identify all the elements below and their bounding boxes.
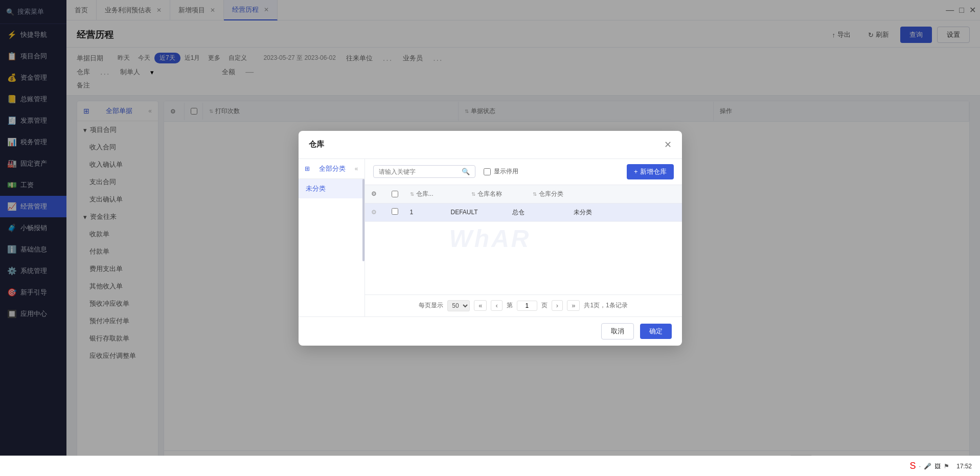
dialog-search-input[interactable] — [379, 168, 459, 175]
dialog-page-input[interactable] — [517, 301, 537, 311]
row-code: DEFAULT — [451, 209, 478, 216]
td-id: 1 — [404, 204, 445, 220]
row-id: 1 — [410, 209, 414, 216]
cancel-button[interactable]: 取消 — [601, 323, 634, 339]
dth-settings: ⚙ — [365, 185, 385, 203]
taskbar-icon-dot: · — [919, 463, 921, 470]
dialog-pagination: 每页显示 50 « ‹ 第 页 › » 共1页，1条记录 — [365, 294, 682, 316]
taskbar-icon-img: 🖼 — [935, 463, 941, 470]
dialog-page-suffix: 页 — [541, 301, 548, 310]
dialog-table-row[interactable]: ⚙ 1 DEFAULT 总仓 — [365, 203, 682, 222]
add-warehouse-button[interactable]: + 新增仓库 — [627, 164, 674, 179]
per-page-label: 每页显示 — [419, 301, 443, 310]
dialog-search-wrap: 🔍 — [373, 165, 475, 178]
dialog-per-page-select[interactable]: 50 — [447, 300, 470, 311]
sort-asc-icon2: ⇅ — [471, 191, 475, 197]
dialog-close-button[interactable]: ✕ — [664, 139, 672, 150]
td-name: 总仓 — [506, 203, 567, 221]
confirm-button[interactable]: 确定 — [640, 324, 672, 339]
taskbar: S · 🎤 🖼 ⚑ 17:52 — [0, 456, 980, 476]
dialog-last-page[interactable]: » — [567, 300, 580, 311]
td-category: 未分类 — [567, 203, 682, 221]
row-checkbox[interactable] — [392, 208, 398, 215]
dth-category: ⇅ 仓库分类 — [527, 185, 682, 203]
dialog-left-scroll: 未分类 — [299, 179, 364, 316]
taskbar-icon-flag: ⚑ — [944, 463, 949, 470]
dialog-all-category-label: 全部分类 — [319, 164, 346, 173]
taskbar-time: 17:52 — [956, 463, 972, 470]
td-settings: ⚙ — [365, 204, 385, 220]
show-disabled-wrap: 显示停用 — [484, 167, 518, 176]
search-icon: 🔍 — [462, 168, 470, 175]
td-checkbox — [385, 203, 404, 221]
dialog-page-label: 第 — [507, 301, 513, 310]
dialog-collapse-icon[interactable]: « — [355, 165, 358, 172]
row-name: 总仓 — [512, 209, 525, 216]
dialog-select-all[interactable] — [392, 191, 398, 197]
show-disabled-label: 显示停用 — [494, 167, 518, 176]
dialog-all-category-icon: ⊞ — [305, 165, 310, 172]
dth-code: ⇅ 仓库... — [404, 185, 465, 203]
dialog-title: 仓库 — [309, 140, 324, 149]
plus-icon: + — [634, 168, 638, 175]
warehouse-dialog: WhAR 仓库 ✕ ⊞ 全部分类 « 未分类 — [299, 131, 682, 346]
dialog-category-uncategorized[interactable]: 未分类 — [299, 179, 364, 198]
row-category: 未分类 — [574, 209, 592, 216]
dialog-left-header: ⊞ 全部分类 « — [299, 159, 364, 179]
warehouse-code-label: 仓库... — [416, 190, 434, 198]
dialog-table: ⚙ ⇅ 仓库... ⇅ 仓库名称 — [365, 185, 682, 294]
dialog-table-header: ⚙ ⇅ 仓库... ⇅ 仓库名称 — [365, 185, 682, 203]
dth-name: ⇅ 仓库名称 — [465, 185, 527, 203]
sort-asc-icon: ⇅ — [410, 191, 414, 197]
dialog-header: 仓库 ✕ — [299, 131, 682, 159]
dialog-body: ⊞ 全部分类 « 未分类 — [299, 159, 682, 316]
row-settings-icon: ⚙ — [371, 209, 377, 216]
taskbar-icon-s: S — [910, 461, 916, 471]
taskbar-icon-mic: 🎤 — [924, 463, 931, 470]
dialog-next-page[interactable]: › — [552, 300, 563, 311]
dialog-right-toolbar: 🔍 显示停用 + 新增仓库 — [365, 159, 682, 185]
uncategorized-label: 未分类 — [306, 185, 326, 192]
warehouse-category-label: 仓库分类 — [539, 190, 563, 198]
warehouse-name-label: 仓库名称 — [477, 190, 502, 198]
sort-asc-icon3: ⇅ — [533, 191, 537, 197]
dialog-prev-page[interactable]: ‹ — [491, 300, 502, 311]
dialog-first-page[interactable]: « — [474, 300, 487, 311]
dth-checkbox — [385, 185, 404, 203]
dialog-right: 🔍 显示停用 + 新增仓库 — [365, 159, 682, 316]
td-code: DEFAULT — [445, 204, 506, 220]
dialog-total-label: 共1页，1条记录 — [584, 301, 627, 310]
dialog-footer: 取消 确定 — [299, 316, 682, 346]
settings-col-icon[interactable]: ⚙ — [371, 190, 377, 197]
show-disabled-checkbox[interactable] — [484, 168, 491, 175]
add-warehouse-label: 新增仓库 — [640, 167, 667, 176]
dialog-left-scrollbar[interactable] — [362, 179, 364, 261]
dialog-overlay: WhAR 仓库 ✕ ⊞ 全部分类 « 未分类 — [0, 0, 980, 476]
dialog-left-panel: ⊞ 全部分类 « 未分类 — [299, 159, 365, 316]
